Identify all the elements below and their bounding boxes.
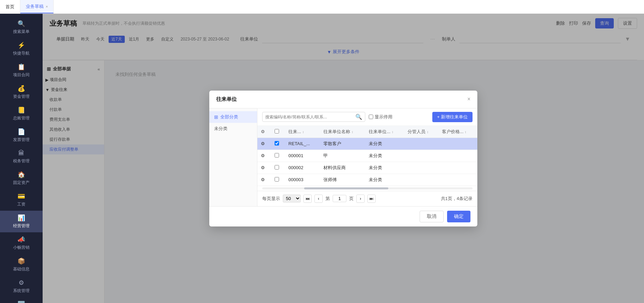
tab-close-icon[interactable]: × — [46, 4, 48, 9]
tab-draft[interactable]: 业务草稿 × — [20, 0, 54, 13]
search-input[interactable] — [265, 115, 353, 119]
sidebar-item-invoice[interactable]: 📄 发票管理 — [0, 125, 43, 146]
col-code[interactable]: 往来... ↕ — [285, 126, 320, 138]
invoice-icon: 📄 — [18, 128, 25, 136]
sidebar-label-invoice: 发票管理 — [13, 137, 30, 143]
cell-checkbox[interactable] — [271, 150, 285, 162]
sidebar-item-salary[interactable]: 💳 工资 — [0, 189, 43, 211]
cell-salesperson — [404, 162, 438, 174]
col-settings[interactable]: ⚙ — [257, 126, 271, 138]
cell-category: 未分类 — [365, 138, 404, 150]
asset-icon: 🏠 — [18, 171, 25, 178]
add-counterpart-button[interactable]: + 新增往来单位 — [432, 112, 473, 122]
cancel-button[interactable]: 取消 — [420, 211, 444, 222]
sidebar-item-marketing[interactable]: 📣 小畅营销 — [0, 232, 43, 254]
cell-checkbox[interactable] — [271, 138, 285, 150]
scrollbar-thumb — [304, 187, 388, 189]
total-text: 共1页，4条记录 — [441, 196, 473, 202]
sidebar-label-search: 搜索菜单 — [13, 29, 30, 35]
cell-price — [438, 162, 477, 174]
col-salesperson[interactable]: 分管人员 ↕ — [404, 126, 438, 138]
sidebar-item-quicknav[interactable]: ⚡ 快捷导航 — [0, 38, 43, 60]
cell-category: 未分类 — [365, 174, 404, 186]
cell-settings[interactable]: ⚙ — [257, 174, 271, 186]
cell-code: 000002 — [285, 162, 320, 174]
base-icon: 📦 — [18, 257, 25, 265]
per-page-select[interactable]: 50 20 100 — [283, 195, 301, 202]
sidebar-item-guide[interactable]: 🆕 新手引导 — [0, 297, 43, 303]
dialog-overlay: 往来单位 × ⊞ 全部分类 未分类 — [43, 14, 644, 303]
cell-category: 未分类 — [365, 150, 404, 162]
sidebar-item-project[interactable]: 📋 项目合同 — [0, 60, 43, 81]
table-row[interactable]: ⚙ 000002 材料供应商 未分类 — [257, 162, 477, 174]
tab-list: 首页 业务草稿 × — [0, 0, 54, 13]
tab-draft-label: 业务草稿 — [26, 3, 44, 10]
sidebar-item-finance[interactable]: 💰 资金管理 — [0, 81, 43, 103]
last-page-btn[interactable]: ⏭ — [367, 195, 376, 203]
sidebar-label-finance: 资金管理 — [13, 94, 30, 100]
cell-name: 材料供应商 — [320, 162, 365, 174]
next-page-btn[interactable]: › — [356, 195, 365, 203]
marketing-icon: 📣 — [18, 236, 25, 243]
table-row[interactable]: ⚙ 000003 张师傅 未分类 — [257, 174, 477, 186]
dialog-header: 往来单位 × — [209, 91, 477, 108]
col-price[interactable]: 客户价格... ↕ — [438, 126, 477, 138]
dialog-title: 往来单位 — [216, 96, 237, 103]
dialog-close-icon[interactable]: × — [467, 96, 470, 102]
category-unclassified[interactable]: 未分类 — [209, 123, 257, 135]
show-disabled-wrap: 显示停用 — [369, 114, 392, 120]
col-category[interactable]: 往来单位... ↕ — [365, 126, 404, 138]
per-page-label: 每页显示 — [262, 196, 280, 202]
table-header-row: ⚙ 往来... ↕ 往来单位名称 ↕ 往来单位... ↕ 分管人员 ↕ 客户价格… — [257, 126, 477, 138]
cell-price — [438, 150, 477, 162]
first-page-btn[interactable]: ⏮ — [303, 195, 312, 203]
ledger-icon: 📒 — [18, 106, 25, 114]
show-disabled-checkbox[interactable] — [369, 115, 373, 119]
sidebar-label-asset: 固定资产 — [13, 180, 30, 186]
table-row[interactable]: ⚙ 000001 甲 未分类 — [257, 150, 477, 162]
sidebar-item-system[interactable]: ⚙ 系统管理 — [0, 276, 43, 297]
sidebar: 🔍 搜索菜单 ⚡ 快捷导航 📋 项目合同 💰 资金管理 📒 总账管理 📄 发票管… — [0, 14, 43, 303]
cell-checkbox[interactable] — [271, 174, 285, 186]
prev-page-btn[interactable]: ‹ — [314, 195, 323, 203]
cell-code: 000003 — [285, 174, 320, 186]
tab-home[interactable]: 首页 — [0, 0, 20, 13]
cell-category: 未分类 — [365, 162, 404, 174]
dialog-table: ⚙ 往来... ↕ 往来单位名称 ↕ 往来单位... ↕ 分管人员 ↕ 客户价格… — [257, 126, 477, 186]
page-input[interactable] — [333, 195, 346, 202]
sidebar-label-tax: 税务管理 — [13, 158, 30, 164]
page-label: 第 — [325, 196, 330, 202]
confirm-button[interactable]: 确定 — [447, 211, 470, 222]
operation-icon: 📊 — [18, 214, 25, 222]
cell-code: 000001 — [285, 150, 320, 162]
sidebar-item-asset[interactable]: 🏠 固定资产 — [0, 167, 43, 189]
sidebar-item-ledger[interactable]: 📒 总账管理 — [0, 103, 43, 125]
sidebar-item-base[interactable]: 📦 基础信息 — [0, 254, 43, 276]
cell-name: 零散客户 — [320, 138, 365, 150]
table-row[interactable]: ⚙ RETAIL_... 零散客户 未分类 — [257, 138, 477, 150]
main-content: 业务草稿 草稿转为正式单据时，不会执行满额促销优惠 删除 打印 保存 查询 设置… — [43, 14, 644, 303]
category-all[interactable]: ⊞ 全部分类 — [209, 111, 257, 123]
dialog-toolbar: 🔍 显示停用 + 新增往来单位 — [257, 108, 477, 126]
tax-icon: 🏛 — [18, 150, 24, 157]
sidebar-item-operation[interactable]: 📊 经营管理 — [0, 211, 43, 232]
horizontal-scrollbar[interactable] — [262, 187, 473, 189]
show-disabled-label: 显示停用 — [375, 114, 392, 120]
cell-checkbox[interactable] — [271, 162, 285, 174]
cell-settings[interactable]: ⚙ — [257, 162, 271, 174]
sidebar-label-project: 项目合同 — [13, 72, 30, 78]
cell-settings[interactable]: ⚙ — [257, 150, 271, 162]
cell-settings[interactable]: ⚙ — [257, 138, 271, 150]
dialog-right-panel: 🔍 显示停用 + 新增往来单位 — [257, 108, 477, 206]
col-name[interactable]: 往来单位名称 ↕ — [320, 126, 365, 138]
cell-salesperson — [404, 174, 438, 186]
search-input-wrap[interactable]: 🔍 — [262, 112, 365, 122]
search-icon: 🔍 — [18, 20, 25, 27]
dialog-category-panel: ⊞ 全部分类 未分类 — [209, 108, 257, 206]
sidebar-item-search[interactable]: 🔍 搜索菜单 — [0, 16, 43, 38]
dialog-body: ⊞ 全部分类 未分类 🔍 — [209, 108, 477, 206]
sidebar-label-salary: 工资 — [17, 201, 25, 207]
col-checkbox[interactable] — [271, 126, 285, 138]
sidebar-item-tax[interactable]: 🏛 税务管理 — [0, 146, 43, 167]
cell-code: RETAIL_... — [285, 138, 320, 150]
